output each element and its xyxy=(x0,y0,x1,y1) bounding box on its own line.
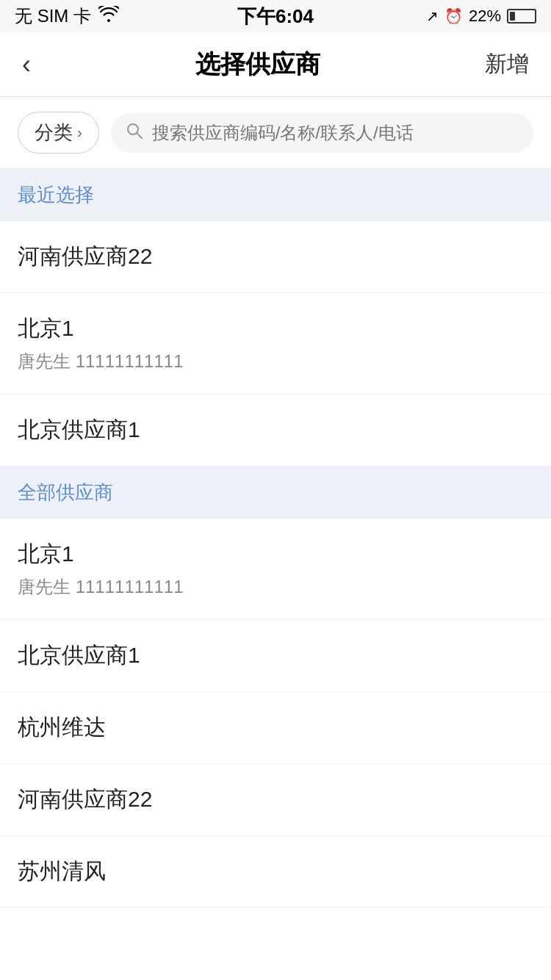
all-section-header: 全部供应商 xyxy=(0,466,551,519)
all-section-title: 全部供应商 xyxy=(18,481,113,503)
item-name: 杭州维达 xyxy=(18,713,533,743)
list-item[interactable]: 河南供应商22 xyxy=(0,764,551,836)
no-sim-text: 无 SIM 卡 xyxy=(15,4,91,28)
item-name: 河南供应商22 xyxy=(18,785,533,815)
back-button[interactable]: ‹ xyxy=(22,49,31,80)
list-item[interactable]: 北京供应商1 xyxy=(0,394,551,466)
location-icon: ↗ xyxy=(426,7,439,25)
item-name: 北京供应商1 xyxy=(18,415,533,445)
alarm-icon: ⏰ xyxy=(444,7,463,25)
recent-section-header: 最近选择 xyxy=(0,169,551,221)
item-name: 北京供应商1 xyxy=(18,641,533,671)
add-button[interactable]: 新增 xyxy=(485,49,529,79)
list-item[interactable]: 杭州维达 xyxy=(0,692,551,764)
list-item[interactable]: 河南供应商22 xyxy=(0,221,551,293)
list-item[interactable]: 北京1唐先生 11111111111 xyxy=(0,519,551,620)
item-sub: 唐先生 11111111111 xyxy=(18,575,533,599)
category-label: 分类 xyxy=(35,120,73,145)
list-item[interactable]: 北京1唐先生 11111111111 xyxy=(0,293,551,394)
search-input[interactable] xyxy=(152,123,519,143)
battery-icon xyxy=(507,9,536,24)
item-sub: 唐先生 11111111111 xyxy=(18,350,533,373)
list-item[interactable]: 北京供应商1 xyxy=(0,620,551,692)
recent-section-title: 最近选择 xyxy=(18,184,94,206)
search-box xyxy=(111,113,533,153)
nav-bar: ‹ 选择供应商 新增 xyxy=(0,32,551,97)
status-bar: 无 SIM 卡 下午6:04 ↗ ⏰ 22% xyxy=(0,0,551,32)
battery-percent: 22% xyxy=(469,7,501,26)
recent-items-list: 河南供应商22北京1唐先生 11111111111北京供应商1 xyxy=(0,221,551,466)
all-items-list: 北京1唐先生 11111111111北京供应商1杭州维达河南供应商22苏州清风 xyxy=(0,519,551,908)
search-icon xyxy=(126,122,143,144)
svg-line-1 xyxy=(137,133,142,138)
page-title: 选择供应商 xyxy=(195,48,320,82)
status-left: 无 SIM 卡 xyxy=(15,4,119,28)
status-right: ↗ ⏰ 22% xyxy=(426,7,536,26)
item-name: 北京1 xyxy=(18,539,533,569)
chevron-right-icon: › xyxy=(77,124,82,141)
status-time: 下午6:04 xyxy=(237,4,314,29)
list-item[interactable]: 苏州清风 xyxy=(0,836,551,908)
wifi-icon xyxy=(98,6,119,26)
item-name: 苏州清风 xyxy=(18,857,533,887)
item-name: 北京1 xyxy=(18,314,533,344)
item-name: 河南供应商22 xyxy=(18,242,533,272)
category-button[interactable]: 分类 › xyxy=(18,112,99,154)
filter-bar: 分类 › xyxy=(0,97,551,169)
